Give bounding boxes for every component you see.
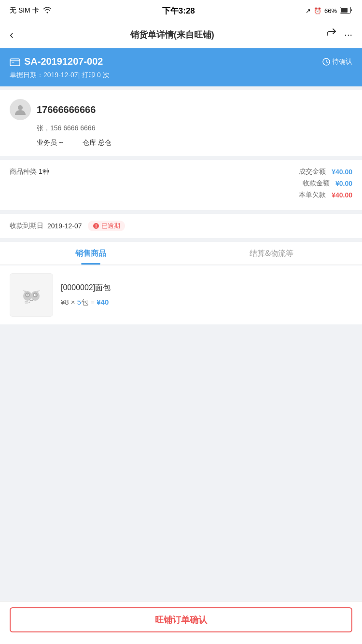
status-right: ↗ ⏰ 66% bbox=[306, 7, 352, 15]
product-item: 管+ [0000002]面包 ¥8 × 5包 = ¥40 bbox=[0, 266, 362, 324]
wifi-icon bbox=[43, 7, 52, 15]
order-status: 待确认 bbox=[322, 57, 352, 66]
svg-rect-2 bbox=[10, 59, 20, 66]
bottom-area: 旺铺订单确认 bbox=[0, 601, 362, 644]
amount-summary: 成交金额 ¥40.00 收款金额 ¥0.00 本单欠款 ¥40.00 bbox=[299, 168, 352, 202]
product-type: 商品种类 1种 bbox=[10, 168, 49, 176]
svg-point-4 bbox=[18, 105, 23, 110]
svg-rect-1 bbox=[341, 8, 348, 13]
product-thumbnail: 管+ bbox=[10, 273, 53, 317]
order-header: SA-20191207-002 待确认 单据日期：2019-12-07| 打印 … bbox=[0, 48, 362, 86]
share-icon[interactable] bbox=[326, 28, 336, 41]
overdue-badge: 已逾期 bbox=[88, 221, 125, 231]
confirm-order-button[interactable]: 旺铺订单确认 bbox=[10, 607, 352, 632]
location-icon: ↗ bbox=[306, 7, 311, 14]
back-button[interactable]: ‹ bbox=[10, 28, 14, 42]
alarm-icon: ⏰ bbox=[314, 7, 321, 14]
sim-text: 无 SIM 卡 bbox=[10, 6, 39, 15]
battery-text: 66% bbox=[324, 7, 337, 14]
product-section: 管+ [0000002]面包 ¥8 × 5包 = ¥40 bbox=[0, 266, 362, 324]
customer-section: 17666666666 张，156 6666 6666 业务员 -- 仓库 总仓 bbox=[0, 90, 362, 156]
tab-sales[interactable]: 销售商品 bbox=[0, 242, 181, 265]
product-price-row: ¥8 × 5包 = ¥40 bbox=[61, 298, 352, 307]
svg-text:管+: 管+ bbox=[25, 301, 30, 304]
page-title: 销货单详情(来自旺铺) bbox=[18, 29, 326, 41]
battery-icon bbox=[340, 7, 352, 15]
product-info: [0000002]面包 ¥8 × 5包 = ¥40 bbox=[61, 283, 352, 307]
status-time: 下午3:28 bbox=[162, 5, 195, 16]
order-id: SA-20191207-002 bbox=[10, 56, 103, 67]
tab-settlement[interactable]: 结算&物流等 bbox=[181, 242, 362, 265]
order-date: 单据日期：2019-12-07| 打印 0 次 bbox=[10, 71, 352, 80]
salesperson-field: 业务员 -- bbox=[37, 139, 63, 147]
customer-meta: 业务员 -- 仓库 总仓 bbox=[10, 139, 352, 147]
avatar bbox=[10, 99, 31, 120]
customer-name: 张，156 6666 6666 bbox=[10, 124, 352, 133]
summary-section: 商品种类 1种 成交金额 ¥40.00 收款金额 ¥0.00 本单欠款 ¥40.… bbox=[0, 160, 362, 210]
due-section: 收款到期日 2019-12-07 已逾期 bbox=[0, 214, 362, 238]
svg-point-14 bbox=[35, 294, 36, 295]
warehouse-field: 仓库 总仓 bbox=[83, 139, 111, 147]
nav-actions: ··· bbox=[326, 28, 352, 41]
svg-point-6 bbox=[96, 227, 97, 228]
customer-phone: 17666666666 bbox=[37, 104, 96, 115]
status-bar: 无 SIM 卡 下午3:28 ↗ ⏰ 66% bbox=[0, 0, 362, 21]
more-icon[interactable]: ··· bbox=[344, 29, 352, 40]
status-left: 无 SIM 卡 bbox=[10, 6, 52, 15]
tabs-section: 销售商品 结算&物流等 bbox=[0, 242, 362, 265]
product-name: [0000002]面包 bbox=[61, 283, 352, 293]
svg-point-13 bbox=[27, 294, 28, 295]
nav-bar: ‹ 销货单详情(来自旺铺) ··· bbox=[0, 21, 362, 48]
content-area bbox=[0, 324, 362, 460]
